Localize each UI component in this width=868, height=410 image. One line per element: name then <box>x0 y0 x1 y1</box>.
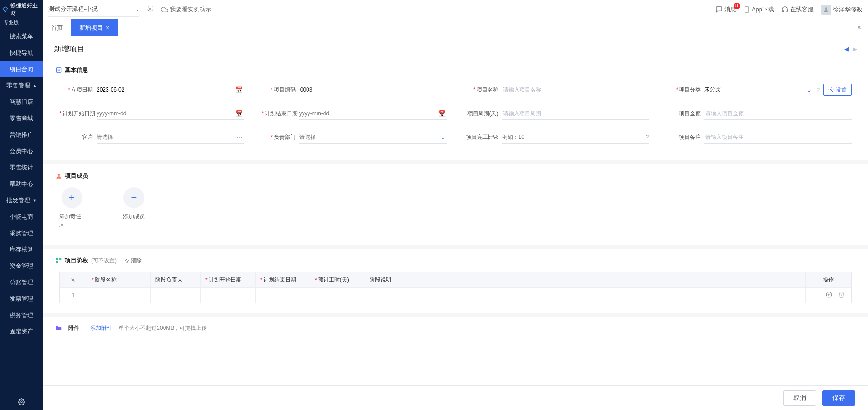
delete-row-button[interactable] <box>838 292 845 299</box>
calendar-icon[interactable]: 📅 <box>234 86 244 93</box>
sidebar-item-retail-stats[interactable]: 零售统计 <box>0 159 43 176</box>
sidebar-item-help-center[interactable]: 帮助中心 <box>0 176 43 192</box>
more-icon[interactable]: ⋯ <box>236 133 244 141</box>
sidebar-item-inventory[interactable]: 库存核算 <box>0 241 43 258</box>
cell-stage-owner[interactable] <box>151 288 201 303</box>
add-member-slot: + 添加成员 <box>114 187 154 228</box>
sidebar-item-tax[interactable]: 税务管理 <box>0 307 43 323</box>
avatar-icon <box>821 5 831 15</box>
sidebar-settings-button[interactable] <box>0 394 43 410</box>
topbar: 测试分开流程-小况 ⌄ 我要看实例演示 消息 8 App下载 <box>43 0 868 19</box>
proj-cat-select[interactable] <box>704 87 806 93</box>
logo-text: 畅捷通好业财 <box>10 2 41 17</box>
help-icon[interactable]: ? <box>817 87 820 93</box>
sidebar-item-marketing[interactable]: 营销推广 <box>0 127 43 143</box>
amount-input[interactable] <box>704 107 852 120</box>
messages-button[interactable]: 消息 8 <box>715 5 736 14</box>
add-owner-button[interactable]: + <box>62 187 82 208</box>
add-owner-slot: + 添加责任人 <box>59 187 99 228</box>
customer-select[interactable] <box>97 134 236 140</box>
row-index: 1 <box>60 288 87 303</box>
save-button[interactable]: 保存 <box>822 390 855 406</box>
section-members-header: 项目成员 <box>50 168 861 184</box>
section-basic: 基本信息 *立项日期 📅 *项目编码 <box>50 62 861 154</box>
stage-table: *阶段名称 阶段负责人 *计划开始日期 *计划结束日期 *预计工时(天) 阶段说… <box>59 272 852 303</box>
help-icon[interactable]: ? <box>646 133 649 140</box>
proj-name-input[interactable] <box>502 83 649 96</box>
dept-select[interactable] <box>299 134 439 140</box>
prev-record-button[interactable]: ◀ <box>844 46 849 52</box>
sidebar-edition: 专业版 <box>0 19 43 28</box>
page-header: 新增项目 ◀ ▶ <box>43 36 868 59</box>
sidebar-search[interactable]: 搜索菜单 <box>0 28 43 45</box>
field-done-pct: 项目完工比% ? <box>465 131 649 144</box>
account-select[interactable]: 测试分开流程-小况 ⌄ <box>48 2 139 17</box>
field-proj-cat: *项目分类 ⌄ ? 设置 <box>667 83 852 96</box>
sidebar-item-funds[interactable]: 资金管理 <box>0 258 43 274</box>
sidebar-item-retail-mgmt[interactable]: 零售管理▲ <box>0 77 43 94</box>
next-record-button[interactable]: ▶ <box>853 46 857 52</box>
calendar-icon[interactable]: 📅 <box>437 110 447 117</box>
cell-stage-plan-start[interactable] <box>201 288 256 303</box>
plan-end-input[interactable] <box>299 110 437 117</box>
field-create-date: *立项日期 📅 <box>59 83 244 96</box>
online-service-button[interactable]: 在线客服 <box>781 5 814 14</box>
add-row-button[interactable] <box>826 292 832 299</box>
cell-stage-plan-end[interactable] <box>256 288 310 303</box>
people-icon <box>56 173 62 179</box>
sidebar-item-wholesale[interactable]: 批发管理▼ <box>0 192 43 209</box>
tab-home[interactable]: 首页 <box>43 19 71 36</box>
cell-stage-name[interactable] <box>87 288 151 303</box>
caret-up-icon: ▲ <box>33 83 37 88</box>
sidebar-item-smart-store[interactable]: 智慧门店 <box>0 94 43 110</box>
phone-icon <box>744 6 750 13</box>
done-pct-input[interactable] <box>502 134 646 140</box>
section-attachment: 附件 + 添加附件 单个大小不超过200MB，可拖拽上传 <box>50 321 861 343</box>
svg-point-4 <box>825 7 827 10</box>
add-attachment-button[interactable]: + 添加附件 <box>86 324 112 332</box>
sidebar-item-retail-mall[interactable]: 零售商城 <box>0 110 43 127</box>
cell-stage-desc[interactable] <box>365 288 806 303</box>
user-menu[interactable]: 徐泽华修改 <box>821 5 863 15</box>
cell-stage-est-hours[interactable] <box>310 288 365 303</box>
close-icon[interactable]: × <box>106 25 109 31</box>
cancel-button[interactable]: 取消 <box>783 390 816 406</box>
tab-new-project[interactable]: 新增项目 × <box>71 19 118 36</box>
stage-table-row: 1 <box>60 287 851 303</box>
messages-badge: 8 <box>734 3 740 9</box>
proj-code-input[interactable] <box>299 83 447 96</box>
chevron-down-icon[interactable]: ⌄ <box>806 86 813 93</box>
field-proj-code: *项目编码 <box>262 83 447 96</box>
demo-link[interactable]: 我要看实例演示 <box>161 5 211 14</box>
account-settings-button[interactable] <box>147 5 154 14</box>
close-all-tabs-button[interactable]: ✕ <box>850 19 868 36</box>
chat-icon <box>715 6 723 13</box>
svg-point-0 <box>21 401 22 403</box>
plus-circle-icon <box>826 292 832 298</box>
stage-icon <box>56 257 62 264</box>
sidebar-item-purchase[interactable]: 采购管理 <box>0 225 43 241</box>
calendar-icon[interactable]: 📅 <box>234 110 244 117</box>
remark-input[interactable] <box>704 131 852 144</box>
attach-hint: 单个大小不超过200MB，可拖拽上传 <box>118 324 207 332</box>
clear-stages-button[interactable]: 清除 <box>124 257 142 265</box>
plan-start-input[interactable] <box>97 110 234 117</box>
period-input[interactable] <box>502 107 649 120</box>
add-member-button[interactable]: + <box>123 187 144 208</box>
sidebar-item-member[interactable]: 会员中心 <box>0 143 43 159</box>
create-date-input[interactable] <box>97 87 234 93</box>
svg-point-8 <box>831 89 832 91</box>
sidebar-item-fixed-asset[interactable]: 固定资产 <box>0 323 43 340</box>
sidebar-item-ledger[interactable]: 总账管理 <box>0 274 43 291</box>
section-basic-title: 基本信息 <box>65 66 88 74</box>
svg-point-1 <box>149 8 151 10</box>
sidebar-item-invoice[interactable]: 发票管理 <box>0 291 43 307</box>
stage-table-header: *阶段名称 阶段负责人 *计划开始日期 *计划结束日期 *预计工时(天) 阶段说… <box>60 272 851 287</box>
chevron-down-icon[interactable]: ⌄ <box>439 133 447 141</box>
sidebar-quicknav[interactable]: 快捷导航 <box>0 45 43 61</box>
sidebar-item-ecommerce[interactable]: 小畅电商 <box>0 209 43 225</box>
app-download-button[interactable]: App下载 <box>744 5 774 14</box>
settings-button[interactable]: 设置 <box>823 84 852 96</box>
sidebar-item-project-contract[interactable]: 项目合同 <box>0 61 43 77</box>
col-gear[interactable] <box>60 272 87 287</box>
